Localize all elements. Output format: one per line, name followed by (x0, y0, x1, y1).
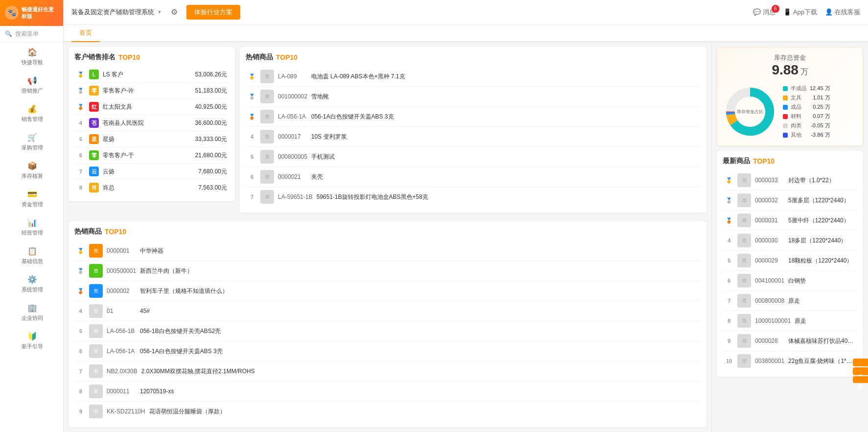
nav-label-purchase: 采购管理 (22, 144, 43, 151)
rank-amount: 7,563.00元 (198, 184, 227, 192)
rank-number: 6 (76, 152, 85, 158)
rank-number: 5 (76, 328, 85, 334)
legend-dot (783, 133, 788, 138)
rank-number: 4 (725, 238, 733, 243)
company-icon: 🏢 (27, 303, 37, 312)
sidebar-item-inventory[interactable]: 📦 库存核算 (0, 156, 63, 185)
list-item: 🥈 图 001000002 雪地靴 (246, 87, 701, 107)
legend-dot (783, 86, 788, 91)
legend-dot (783, 114, 788, 119)
tab-home[interactable]: 首页 (71, 24, 100, 42)
float-btn-live[interactable]: 直播 (853, 376, 868, 383)
sidebar-item-guide[interactable]: 🔰 新手引导 (0, 327, 63, 355)
logo-text: 畅捷通好生意 标版 (22, 6, 54, 20)
rank-number: 9 (76, 408, 85, 414)
rank-name: 45# (140, 308, 699, 314)
list-item: 4 图 0000030 18多层（1220*2440） (723, 231, 857, 251)
sidebar-item-company[interactable]: 🏢 企业协同 (0, 298, 63, 327)
rank-number: 🥇 (76, 248, 85, 254)
rank-number: 4 (76, 308, 85, 314)
rank-number: 🥉 (76, 104, 85, 110)
section-wrap: 客户销售排名 TOP10 🥇 L LS 客户 53,006.26元 🥈 零 零售… (69, 47, 707, 216)
list-item: 🥉 红 红太阳文具 40,925.00元 (74, 99, 229, 115)
nav-label-inventory: 库存核算 (22, 172, 43, 180)
rank-code: 0000029 (755, 257, 784, 264)
marketing-icon: 📢 (27, 76, 37, 85)
rank-number: 8 (76, 185, 85, 191)
hot-products-label: 热销商品 (246, 53, 273, 62)
rank-code: 0000030 (755, 237, 784, 244)
sidebar-item-sales[interactable]: 💰 销售管理 (0, 99, 63, 128)
message-action[interactable]: 💬 消息 6 (753, 8, 776, 17)
sidebar-item-quicknav[interactable]: 🏠 快捷导航 (0, 43, 63, 71)
settings-button[interactable]: ⚙ (167, 5, 182, 20)
search-menu[interactable]: 🔍 搜索菜单 (0, 26, 63, 43)
rank-number: 🥈 (76, 268, 85, 274)
legend-value: 12.45 万 (810, 85, 830, 92)
rank-number: 🥉 (76, 288, 85, 294)
list-item: 10 图 003800001 22g鱼豆腐·烧烤味（1*12*20） (723, 351, 857, 371)
new-products-card: 最新商品 TOP10 🥇 图 0000033 封边带（1.0*22） 🥈 图 0… (717, 151, 863, 377)
online-service-action[interactable]: 👤 在线客服 (825, 8, 860, 17)
list-item: 4 图 01 45# (74, 301, 701, 321)
rank-name: 手机测试 (311, 153, 699, 161)
list-item: 🥇 图 LA-089 电池盖 LA-089 ABS本色+黑种 7.1克 (246, 67, 701, 87)
list-item: 7 图 NB2.0X30B 2.0X30MM双摆花轴,摆花直径2.1MM/ROH… (74, 361, 701, 382)
sidebar-item-finance[interactable]: 💳 资金管理 (0, 185, 63, 213)
list-item: 🥉 图 0000002 智利车子里（规格不知道填什么） (74, 281, 701, 301)
rank-badge: 肖 (89, 183, 99, 192)
list-item: 7 图 LA-59651-1B 59651-1B旋转投影灯电池盒ABS黑色+58… (246, 187, 701, 207)
topbar-left: 装备及固定资产辅助管理系统 ▼ ⚙ 体验行业方案 (71, 5, 240, 20)
rank-name: 星扬 (103, 135, 191, 144)
rank-code: 10000100001 (755, 317, 791, 324)
new-products-top-label: TOP10 (753, 157, 775, 165)
list-item: 6 零 零售客户-于 21,680.00元 (74, 147, 229, 164)
product-thumb: 图 (737, 173, 751, 187)
legend-item: 肉类 -0.05 万 (783, 121, 830, 130)
list-item: 🥇 L LS 客户 53,006.26元 (74, 67, 229, 83)
main-area: 装备及固定资产辅助管理系统 ▼ ⚙ 体验行业方案 💬 消息 6 📱 App下载 … (64, 0, 868, 432)
rank-number: 10 (725, 358, 733, 364)
new-products-label: 最新商品 (723, 157, 750, 166)
nav-label-basic: 基础信息 (22, 258, 43, 265)
customer-rank-title: 客户销售排名 TOP10 (74, 53, 229, 62)
rank-code: 000800005 (278, 153, 307, 160)
mobile-icon: 📱 (783, 8, 791, 16)
rank-number: 🥇 (76, 72, 85, 78)
app-download-action[interactable]: 📱 App下载 (783, 8, 817, 17)
donut-center-label: 库存资金占比 (737, 109, 763, 115)
sidebar-item-system[interactable]: ⚙️ 系统管理 (0, 270, 63, 298)
legend-name: 其他 (791, 131, 808, 139)
trial-button[interactable]: 体验行业方案 (186, 5, 240, 20)
list-item: 🥉 图 0000031 5厘中纤（1220*2440） (723, 211, 857, 231)
rank-name: 22g鱼豆腐·烧烤味（1*12*20） (788, 357, 855, 365)
rank-code: 0000001 (107, 247, 136, 254)
rank-number: 🥈 (76, 88, 85, 94)
sidebar-item-marketing[interactable]: 📢 营销推广 (0, 71, 63, 99)
sidebar-item-purchase[interactable]: 🛒 采购管理 (0, 128, 63, 156)
rank-code: 0000033 (755, 177, 784, 184)
new-products-title: 最新商品 TOP10 (723, 157, 857, 166)
float-btn-service[interactable]: 客服热线 (853, 359, 868, 366)
legend-name: 文具 (791, 94, 810, 101)
content: 客户销售排名 TOP10 🥇 L LS 客户 53,006.26元 🥈 零 零售… (64, 42, 868, 432)
rank-name: 智利车子里（规格不知道填什么） (140, 287, 699, 295)
sidebar-item-basic[interactable]: 📋 基础信息 (0, 241, 63, 270)
rank-amount: 33,333.00元 (195, 135, 227, 144)
float-btn-community[interactable]: 服务社区 (853, 367, 868, 375)
legend-item: 其他 -3.86 万 (783, 130, 830, 140)
legend-value: 0.07 万 (813, 113, 830, 120)
product-thumb: 图 (737, 274, 751, 288)
rank-number: 🥈 (725, 197, 733, 204)
sidebar-item-operation[interactable]: 📊 经营管理 (0, 213, 63, 241)
list-item: 5 图 0000029 18颗粒板（1220*2440） (723, 251, 857, 271)
rank-number: 8 (76, 388, 85, 394)
inventory-total-label: 库存总资金 (774, 54, 806, 61)
product-thumb: 图 (737, 334, 751, 348)
message-icon: 💬 (753, 8, 761, 16)
list-item: 6 图 0000021 夹壳 (246, 167, 701, 187)
system-selector[interactable]: 装备及固定资产辅助管理系统 ▼ (71, 8, 162, 17)
legend-item: 材料 0.07 万 (783, 112, 830, 121)
chart-container: 库存资金占比 半成品 12.45 万 文具 1.01 万 成品 0.25 万 材… (723, 84, 857, 140)
list-item: 8 肖 肖总 7,563.00元 (74, 180, 229, 195)
